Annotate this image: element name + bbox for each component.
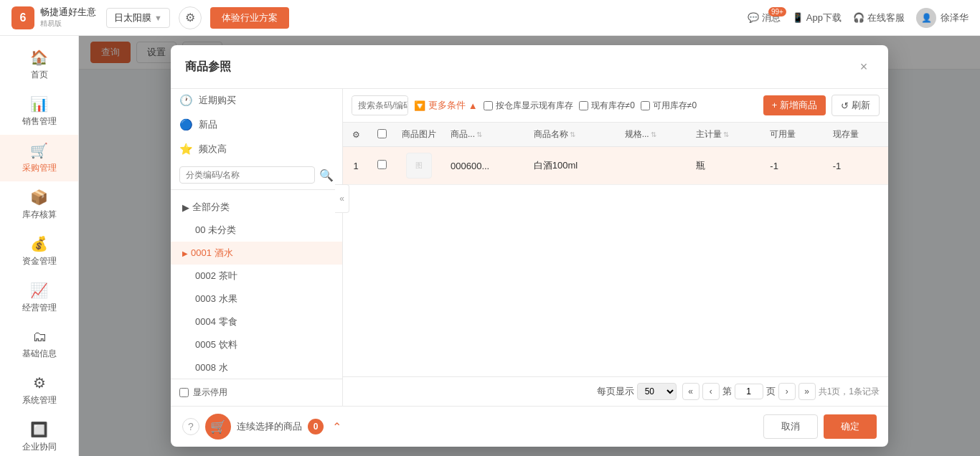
- filter-collapse-icon: ▲: [468, 100, 478, 111]
- username-label: 徐泽华: [941, 11, 969, 24]
- td-name: 白酒100ml: [527, 147, 618, 185]
- column-settings-icon[interactable]: ⚙: [352, 130, 360, 140]
- new-icon: 🔵: [179, 118, 193, 131]
- clock-icon: 🕐: [179, 94, 193, 107]
- help-icon-btn[interactable]: ?: [182, 418, 199, 435]
- company-name: 日太阳膜: [114, 11, 151, 24]
- refresh-icon: ↺: [841, 100, 849, 111]
- tree-item-全部分类[interactable]: ▶全部分类: [171, 196, 342, 219]
- tree-item-label: 00 未分类: [195, 224, 236, 237]
- available-stock-checkbox-item[interactable]: 可用库存≠0: [641, 100, 697, 112]
- warehouse-stock-checkbox[interactable]: [484, 101, 493, 110]
- quick-item-recent[interactable]: 🕐 近期购买: [171, 89, 342, 112]
- td-spec: [618, 147, 689, 185]
- shopping-cart-icon: 🛒: [210, 419, 226, 434]
- tree-arrow-icon: ▶: [182, 250, 188, 257]
- table-row[interactable]: 1 图 000600... 白酒100ml 瓶 -1 -1: [343, 147, 888, 185]
- td-unit: 瓶: [689, 147, 763, 185]
- category-search-icon[interactable]: 🔍: [319, 168, 334, 182]
- footer-collapse-btn[interactable]: ⌃: [329, 417, 344, 437]
- sidebar-item-采购管理[interactable]: 🛒采购管理: [0, 135, 78, 181]
- sidebar-item-首页[interactable]: 🏠首页: [0, 42, 78, 88]
- product-reference-modal: 商品参照 × 🕐 近期购买 🔵 新品: [171, 45, 888, 447]
- sidebar-label: 系统管理: [22, 394, 57, 407]
- trial-button[interactable]: 体验行业方案: [210, 7, 289, 29]
- available-stock-checkbox[interactable]: [641, 101, 650, 110]
- refresh-button[interactable]: ↺ 刷新: [831, 95, 880, 116]
- row-checkbox[interactable]: [377, 160, 387, 169]
- tree-item-00 未分类[interactable]: 00 未分类: [171, 219, 342, 242]
- tree-item-label: 0001 酒水: [191, 247, 233, 260]
- company-selector[interactable]: 日太阳膜 ▼: [106, 8, 170, 28]
- first-page-btn[interactable]: «: [682, 383, 699, 400]
- sidebar-label: 销售管理: [22, 115, 57, 128]
- last-page-btn[interactable]: »: [798, 383, 816, 400]
- tree-item-0003 水果[interactable]: 0003 水果: [171, 288, 342, 310]
- th-available: 可用量: [763, 123, 825, 147]
- left-panel-collapse-btn[interactable]: «: [335, 184, 349, 213]
- add-product-button[interactable]: + 新增商品: [763, 95, 826, 115]
- product-table: ⚙ 商品图片 商品...⇅: [343, 123, 888, 185]
- sidebar: 🏠首页📊销售管理🛒采购管理📦库存核算💰资金管理📈经营管理🗂基础信息⚙系统管理🔲企…: [0, 36, 79, 456]
- quick-item-frequent[interactable]: ⭐ 频次高: [171, 138, 342, 161]
- per-page-selector: 每页显示 102050100: [597, 383, 677, 400]
- tree-expand-icon: ▶: [182, 202, 189, 213]
- td-stock: -1: [826, 147, 888, 185]
- sidebar-icon: 📦: [30, 189, 48, 206]
- available-stock-label: 可用库存≠0: [653, 100, 697, 112]
- tree-item-0004 零食[interactable]: 0004 零食: [171, 310, 342, 333]
- tree-item-0005 饮料[interactable]: 0005 饮料: [171, 333, 342, 356]
- warehouse-stock-checkbox-item[interactable]: 按仓库显示现有库存: [484, 100, 573, 112]
- page-label: 第: [722, 385, 732, 398]
- next-page-btn[interactable]: ›: [778, 383, 796, 400]
- sidebar-icon: 🛒: [30, 142, 48, 159]
- online-service-label: 在线客服: [867, 11, 905, 24]
- modal-close-button[interactable]: ×: [854, 57, 874, 77]
- content-area: 查询 设置 刷新 商品参照 × 🕐: [79, 36, 980, 456]
- tree-item-0001 酒水[interactable]: ▶0001 酒水: [171, 242, 342, 265]
- refresh-label: 刷新: [852, 99, 870, 112]
- spec-sort-icon: ⇅: [651, 130, 656, 138]
- sidebar-item-系统管理[interactable]: ⚙系统管理: [0, 367, 78, 414]
- current-stock-checkbox[interactable]: [579, 101, 588, 110]
- sidebar-item-经营管理[interactable]: 📈经营管理: [0, 275, 78, 321]
- settings-icon[interactable]: ⚙: [179, 6, 202, 29]
- app-download-item[interactable]: 📱 App下载: [792, 11, 842, 24]
- sidebar-label: 采购管理: [22, 162, 57, 174]
- prev-page-btn[interactable]: ‹: [702, 383, 720, 400]
- sidebar-item-销售管理[interactable]: 📊销售管理: [0, 88, 78, 135]
- cart-button[interactable]: 🛒: [205, 414, 231, 440]
- product-search-input[interactable]: [352, 97, 408, 114]
- table-head: ⚙ 商品图片 商品...⇅: [343, 123, 888, 147]
- td-check[interactable]: [369, 147, 395, 185]
- user-avatar-area[interactable]: 👤 徐泽华: [916, 8, 969, 28]
- more-filter-btn[interactable]: 🔽 更多条件 ▲: [414, 99, 478, 112]
- quick-new-label: 新品: [199, 118, 217, 131]
- category-search-input[interactable]: [179, 166, 315, 184]
- page-number-input[interactable]: [735, 384, 763, 399]
- filter-btn-label: 更多条件: [428, 99, 466, 112]
- quick-items: 🕐 近期购买 🔵 新品 ⭐ 频次高: [171, 89, 342, 161]
- current-stock-checkbox-item[interactable]: 现有库存≠0: [579, 100, 635, 112]
- app-download-label: App下载: [806, 11, 842, 24]
- sidebar-item-库存核算[interactable]: 📦库存核算: [0, 181, 78, 228]
- main-layout: 🏠首页📊销售管理🛒采购管理📦库存核算💰资金管理📈经营管理🗂基础信息⚙系统管理🔲企…: [0, 36, 980, 456]
- th-code: 商品...⇅: [443, 123, 527, 147]
- sidebar-item-基础信息[interactable]: 🗂基础信息: [0, 321, 78, 367]
- headset-icon: 🎧: [853, 12, 864, 23]
- tree-item-0002 茶叶[interactable]: 0002 茶叶: [171, 265, 342, 288]
- show-disabled-label[interactable]: 显示停用: [193, 386, 227, 399]
- quick-item-new[interactable]: 🔵 新品: [171, 113, 342, 136]
- select-all-checkbox[interactable]: [377, 129, 387, 138]
- show-disabled-checkbox[interactable]: [179, 388, 189, 397]
- per-page-select[interactable]: 102050100: [637, 383, 677, 400]
- td-available: -1: [763, 147, 825, 185]
- sidebar-item-企业协同[interactable]: 🔲企业协同: [0, 414, 78, 456]
- messages-nav-item[interactable]: 💬 消息 99+: [748, 11, 781, 24]
- tree-item-0008 水[interactable]: 0008 水: [171, 356, 342, 379]
- selected-count-badge: 0: [308, 419, 324, 434]
- online-service-item[interactable]: 🎧 在线客服: [853, 11, 905, 24]
- sidebar-item-资金管理[interactable]: 💰资金管理: [0, 228, 78, 275]
- confirm-button[interactable]: 确定: [824, 414, 877, 439]
- cancel-button[interactable]: 取消: [763, 414, 818, 439]
